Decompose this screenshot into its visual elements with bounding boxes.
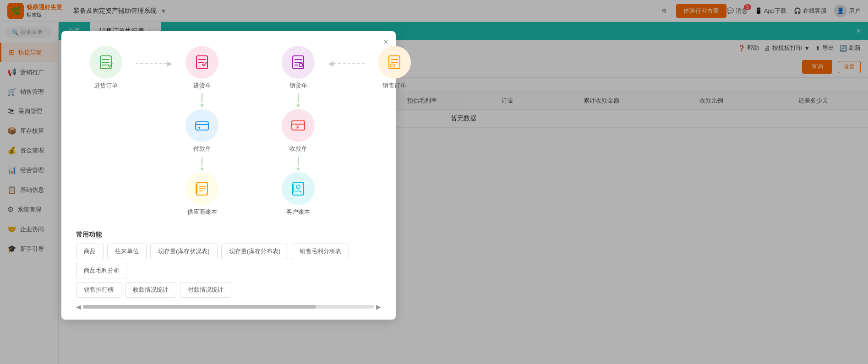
- node-sales-bill[interactable]: 销货单: [268, 46, 328, 90]
- arrow-v-sales: ▼: [268, 93, 328, 109]
- arrow-v-row: ▼ ▼: [76, 93, 424, 109]
- func-btn-sales-profit[interactable]: 销售毛利分析表: [292, 244, 349, 259]
- arrow-v-purchase: ▼: [172, 93, 232, 109]
- payment-bill-icon: [186, 109, 218, 142]
- modal-scrollbar: ◀ ▶: [76, 303, 381, 310]
- flow-row-1: 进货订单 ▶: [76, 46, 424, 90]
- svg-rect-16: [196, 122, 208, 130]
- arrow-h-2: ◀: [328, 59, 365, 68]
- sales-order-icon: [378, 46, 411, 79]
- modal-box: × 进货订单: [61, 31, 396, 320]
- func-btn-payment-stats[interactable]: 付款情况统计: [180, 282, 231, 298]
- flow-row-3: 供应商账本 客户账本: [76, 172, 328, 216]
- scroll-left-arrow[interactable]: ◀: [76, 303, 81, 310]
- common-funcs: 常用功能 商品 往来单位 现存量(库存状况表) 现存量(库存分布表) 销售毛利分…: [76, 231, 381, 298]
- node-purchase-order[interactable]: 进货订单: [76, 46, 136, 90]
- node-purchase-bill[interactable]: 进货单: [172, 46, 232, 90]
- func-btn-product-profit[interactable]: 商品毛利分析: [76, 263, 127, 278]
- svg-point-11: [299, 63, 303, 67]
- scroll-right-arrow[interactable]: ▶: [376, 303, 381, 310]
- common-funcs-title: 常用功能: [76, 231, 381, 239]
- node-receipt-bill[interactable]: ¥ 收款单: [268, 109, 328, 153]
- svg-point-29: [296, 185, 300, 189]
- arrow-v-row-2: ▼ ▼: [76, 157, 328, 172]
- func-btn-product[interactable]: 商品: [76, 244, 104, 259]
- arrow-v-receipt: ▼: [268, 157, 328, 172]
- node-customer-ledger[interactable]: 客户账本: [268, 172, 328, 216]
- flow-row-2: 付款单 ¥ 收款单: [76, 109, 328, 153]
- func-btns-row-2: 销售排行榜 收款情况统计 付款情况统计: [76, 282, 381, 298]
- node-sales-order[interactable]: 销售订单: [365, 46, 424, 90]
- scrollbar-thumb: [83, 305, 316, 309]
- svg-rect-23: [196, 184, 197, 193]
- svg-rect-15: [391, 64, 394, 67]
- func-btn-partner[interactable]: 往来单位: [107, 244, 147, 259]
- sales-bill-icon: [282, 46, 315, 79]
- flow-diagram: 进货订单 ▶: [76, 46, 381, 220]
- func-btns-row-1: 商品 往来单位 现存量(库存状况表) 现存量(库存分布表) 销售毛利分析表 商品…: [76, 244, 381, 278]
- svg-point-18: [198, 127, 200, 129]
- supplier-ledger-icon: [186, 172, 218, 205]
- svg-text:¥: ¥: [296, 125, 299, 130]
- func-btn-stock-status[interactable]: 现存量(库存状况表): [150, 244, 218, 259]
- modal-close-icon[interactable]: ×: [383, 37, 388, 47]
- purchase-bill-icon: [186, 46, 218, 79]
- func-btn-stock-dist[interactable]: 现存量(库存分布表): [221, 244, 289, 259]
- arrow-h-1: ▶: [136, 59, 172, 68]
- customer-ledger-icon: [282, 172, 315, 205]
- receipt-bill-icon: ¥: [282, 109, 315, 142]
- func-btn-sales-rank[interactable]: 销售排行榜: [76, 282, 121, 298]
- func-btn-receipt-stats[interactable]: 收款情况统计: [125, 282, 176, 298]
- node-supplier-ledger[interactable]: 供应商账本: [172, 172, 232, 216]
- purchase-order-icon: [89, 46, 122, 79]
- node-payment-bill[interactable]: 付款单: [172, 109, 232, 153]
- arrow-v-payment: ▼: [172, 157, 232, 172]
- scrollbar-track[interactable]: [83, 305, 374, 309]
- svg-rect-28: [292, 184, 294, 193]
- modal-overlay[interactable]: × 进货订单: [0, 0, 868, 364]
